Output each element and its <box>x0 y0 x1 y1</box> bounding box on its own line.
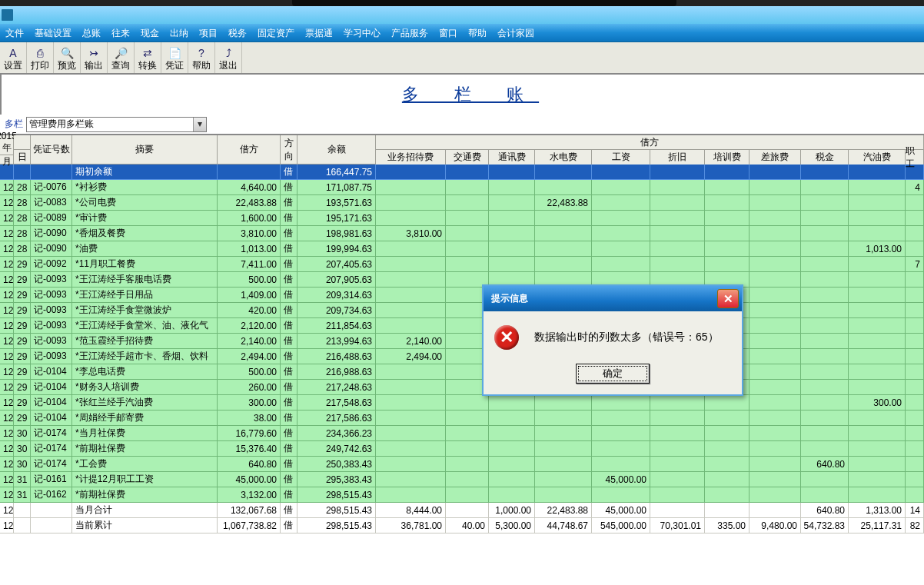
table-row[interactable]: 1228记-0083*公司电费22,483.88借193,571.6322,48… <box>0 195 924 211</box>
cell <box>376 426 446 441</box>
menu-item[interactable]: 基础设置 <box>29 24 77 42</box>
cell <box>705 503 750 518</box>
table-row[interactable]: 1229记-0104*财务3人培训费260.00借217,248.63 <box>0 380 924 395</box>
multi-column-combo[interactable]: 管理费用多栏账 ▾ <box>26 117 207 132</box>
col-month[interactable]: 2015年月 <box>0 135 14 165</box>
cell <box>849 349 906 364</box>
col-sub[interactable]: 职工 <box>906 150 924 165</box>
table-row[interactable]: 1230记-0174*前期社保费15,376.40借249,742.63 <box>0 441 924 457</box>
cell: 记-0093 <box>31 318 72 334</box>
table-row[interactable]: 1230记-0174*工会费640.80借250,383.43640.80 <box>0 457 924 472</box>
table-row[interactable]: 1229记-0093*王江涛经手客服电话费500.00借207,905.63 <box>0 272 924 288</box>
col-sub[interactable]: 水电费 <box>535 150 592 165</box>
cell: *财务3人培训费 <box>72 380 218 395</box>
chevron-down-icon[interactable]: ▾ <box>193 118 206 131</box>
col-voucher[interactable]: 凭证号数 <box>31 135 72 165</box>
col-summary[interactable]: 摘要 <box>72 135 218 165</box>
table-row[interactable]: 1229记-0104*张红兰经手汽油费300.00借217,548.63300.… <box>0 395 924 410</box>
table-row[interactable]: 1229记-0093*王江涛经手日用品1,409.00借209,314.63 <box>0 288 924 303</box>
menu-item[interactable]: 票据通 <box>300 24 338 42</box>
cell <box>376 410 446 426</box>
toolbar-button[interactable]: ↣输出 <box>81 42 108 73</box>
toolbar-button[interactable]: ⇄转换 <box>135 42 161 73</box>
cell: 22,483.88 <box>535 195 592 211</box>
menu-item[interactable]: 往来 <box>106 24 135 42</box>
ok-button[interactable]: 确定 <box>576 364 650 384</box>
menu-item[interactable]: 现金 <box>135 24 165 42</box>
table-row[interactable]: 期初余额借166,447.75 <box>0 165 924 180</box>
table-row[interactable]: 1228记-0090*香烟及餐费3,810.00借198,981.633,810… <box>0 226 924 241</box>
table-row[interactable]: 1229记-0093*王江涛经手食堂微波炉420.00借209,734.63 <box>0 303 924 318</box>
cell <box>750 180 801 195</box>
cell <box>31 165 72 180</box>
col-sub[interactable]: 工资 <box>592 150 650 165</box>
toolbar-button[interactable]: A设置 <box>0 42 27 73</box>
table-row[interactable]: 1231记-0162*前期社保费3,132.00借298,515.43 <box>0 487 924 503</box>
toolbar-button[interactable]: 🔎查询 <box>108 42 135 73</box>
cell <box>906 241 924 257</box>
table-row[interactable]: 1229记-0093*王江涛经手食堂米、油、液化气2,120.00借211,85… <box>0 318 924 334</box>
table-row[interactable]: 1228记-0089*审计费1,600.00借195,171.63 <box>0 211 924 226</box>
col-sub[interactable]: 税金 <box>801 150 849 165</box>
menu-item[interactable]: 项目 <box>194 24 223 42</box>
cell: 记-0093 <box>31 272 72 288</box>
cell <box>906 226 924 241</box>
table-row[interactable]: 1228记-0090*油费1,013.00借199,994.631,013.00 <box>0 241 924 257</box>
cell: 22,483.88 <box>218 195 281 211</box>
dialog-titlebar[interactable]: 提示信息 ✕ <box>484 286 742 311</box>
cell: 335.00 <box>705 518 750 533</box>
col-sub[interactable]: 折旧 <box>650 150 705 165</box>
table-row[interactable]: 1230记-0174*当月社保费16,779.60借234,366.23 <box>0 426 924 441</box>
cell <box>446 226 489 241</box>
menu-item[interactable]: 固定资产 <box>252 24 300 42</box>
cell: 记-0092 <box>31 257 72 272</box>
table-row[interactable]: 12当前累计1,067,738.82借298,515.4336,781.0040… <box>0 518 924 533</box>
menu-item[interactable]: 学习中心 <box>338 24 386 42</box>
col-sub[interactable]: 差旅费 <box>750 150 801 165</box>
cell: 12 <box>0 272 14 288</box>
cell <box>376 380 446 395</box>
col-sub[interactable]: 汽油费 <box>849 150 906 165</box>
cell <box>705 211 750 226</box>
col-sub[interactable]: 培训费 <box>705 150 750 165</box>
table-row[interactable]: 1231记-0161*计提12月职工工资45,000.00借295,383.43… <box>0 472 924 487</box>
toolbar-button[interactable]: 📄凭证 <box>161 42 188 73</box>
app-icon <box>2 9 13 21</box>
menu-item[interactable]: 帮助 <box>463 24 492 42</box>
table-row[interactable]: 1229记-0093*范玉霞经手招待费2,140.00借213,994.632,… <box>0 334 924 349</box>
cell: 4 <box>906 180 924 195</box>
cell <box>750 211 801 226</box>
window-titlebar[interactable] <box>0 6 924 24</box>
table-row[interactable]: 1229记-0104*李总电话费500.00借216,988.63 <box>0 364 924 380</box>
toolbar-button[interactable]: 🔍预览 <box>54 42 81 73</box>
menu-item[interactable]: 出纳 <box>165 24 194 42</box>
toolbar-button[interactable]: ⎙打印 <box>27 42 54 73</box>
page-title-row: 多 栏 账 <box>0 75 924 115</box>
table-row[interactable]: 1229记-0093*王江涛经手超市卡、香烟、饮料2,494.00借216,48… <box>0 349 924 364</box>
cell <box>446 503 489 518</box>
col-direction[interactable]: 方向 <box>281 135 297 165</box>
toolbar-button[interactable]: ?帮助 <box>188 42 215 73</box>
menu-item[interactable]: 产品服务 <box>386 24 434 42</box>
col-sub[interactable]: 交通费 <box>446 150 489 165</box>
menu-item[interactable]: 会计家园 <box>492 24 540 42</box>
cell: 借 <box>281 395 297 410</box>
table-row[interactable]: 1229记-0092*11月职工餐费7,411.00借207,405.637 <box>0 257 924 272</box>
menu-item[interactable]: 税务 <box>223 24 252 42</box>
table-row[interactable]: 12当月合计132,067.68借298,515.438,444.001,000… <box>0 503 924 518</box>
col-sub[interactable]: 通讯费 <box>489 150 535 165</box>
menu-item[interactable]: 总账 <box>77 24 106 42</box>
col-debit[interactable]: 借方 <box>218 135 281 165</box>
close-icon[interactable]: ✕ <box>717 289 739 308</box>
menu-item[interactable]: 文件 <box>0 24 29 42</box>
menu-item[interactable]: 窗口 <box>434 24 463 42</box>
toolbar: A设置⎙打印🔍预览↣输出🔎查询⇄转换📄凭证?帮助⤴退出 <box>0 42 924 75</box>
col-balance[interactable]: 余额 <box>297 135 376 165</box>
cell: 300.00 <box>849 395 906 410</box>
toolbar-button[interactable]: ⤴退出 <box>215 42 242 73</box>
col-sub[interactable]: 业务招待费 <box>376 150 446 165</box>
col-day[interactable]: 日 <box>14 135 31 165</box>
table-row[interactable]: 1228记-0076*衬衫费4,640.00借171,087.754 <box>0 180 924 195</box>
cell: 298,515.43 <box>297 518 376 533</box>
table-row[interactable]: 1229记-0104*周娟经手邮寄费38.00借217,586.63 <box>0 410 924 426</box>
